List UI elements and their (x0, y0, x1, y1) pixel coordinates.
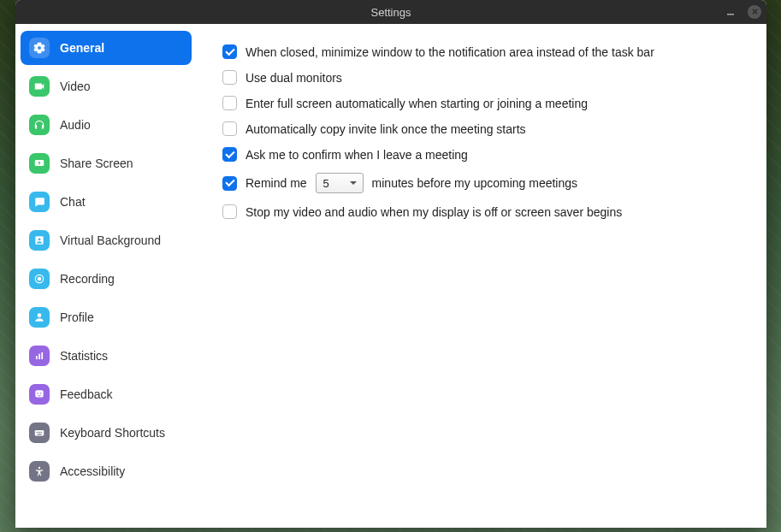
select-value: 5 (323, 177, 329, 190)
svg-point-3 (38, 238, 41, 240)
sidebar-item-label: Accessibility (60, 464, 125, 478)
setting-stop-av-on-sleep: Stop my video and audio when my display … (222, 204, 741, 219)
setting-remind-me: Remind me 5 minutes before my upcoming m… (222, 173, 741, 193)
checkbox-copy-invite[interactable] (222, 121, 237, 136)
svg-rect-13 (35, 430, 44, 435)
sidebar-item-audio[interactable]: Audio (21, 108, 192, 142)
video-icon (29, 76, 50, 97)
checkbox-confirm-leave[interactable] (222, 147, 237, 162)
svg-point-12 (40, 393, 42, 394)
sidebar-item-recording[interactable]: Recording (21, 262, 192, 296)
svg-rect-14 (37, 432, 38, 433)
sidebar-item-label: General (60, 41, 104, 55)
svg-rect-16 (39, 432, 40, 433)
setting-full-screen-auto: Enter full screen automatically when sta… (222, 96, 741, 110)
sidebar-item-profile[interactable]: Profile (21, 300, 192, 334)
setting-copy-invite: Automatically copy invite link once the … (222, 121, 741, 136)
headphones-icon (29, 115, 50, 135)
chat-icon (29, 192, 50, 212)
setting-label: Ask me to confirm when I leave a meeting (246, 148, 468, 162)
checkbox-stop-av-on-sleep[interactable] (222, 204, 237, 219)
svg-rect-9 (41, 352, 43, 359)
setting-label: When closed, minimize window to the noti… (246, 45, 654, 59)
sidebar-item-label: Profile (60, 310, 94, 324)
titlebar[interactable]: Settings (15, 0, 766, 24)
minimize-button[interactable] (724, 5, 737, 19)
sidebar-item-accessibility[interactable]: Accessibility (21, 454, 192, 488)
checkbox-full-screen-auto[interactable] (222, 96, 237, 110)
setting-label-before: Remind me (246, 176, 307, 190)
sidebar-item-label: Recording (60, 272, 115, 286)
setting-label: Automatically copy invite link once the … (246, 122, 526, 136)
settings-window: Settings General Video (15, 0, 766, 528)
sidebar-item-label: Statistics (60, 349, 108, 363)
checkbox-remind-me[interactable] (222, 176, 237, 191)
svg-rect-18 (38, 434, 42, 434)
setting-dual-monitors: Use dual monitors (222, 70, 741, 85)
sidebar-item-general[interactable]: General (21, 31, 192, 65)
sidebar-item-label: Chat (60, 195, 86, 209)
sidebar-item-share-screen[interactable]: Share Screen (21, 146, 192, 180)
svg-point-6 (38, 313, 42, 317)
setting-confirm-leave: Ask me to confirm when I leave a meeting (222, 147, 741, 162)
window-title: Settings (371, 6, 411, 19)
setting-minimize-to-tray: When closed, minimize window to the noti… (222, 44, 741, 59)
virtual-background-icon (29, 230, 50, 251)
sidebar: General Video Audio Share Screen (15, 24, 197, 528)
svg-point-11 (37, 393, 38, 394)
select-remind-minutes[interactable]: 5 (316, 173, 364, 193)
statistics-icon (29, 346, 50, 366)
svg-rect-0 (727, 14, 734, 15)
accessibility-icon (29, 461, 50, 482)
profile-icon (29, 307, 50, 328)
setting-label: Stop my video and audio when my display … (246, 205, 622, 219)
sidebar-item-feedback[interactable]: Feedback (21, 377, 192, 411)
checkbox-minimize-to-tray[interactable] (222, 44, 237, 59)
setting-label: Enter full screen automatically when sta… (246, 97, 588, 110)
sidebar-item-label: Feedback (60, 387, 112, 401)
checkbox-dual-monitors[interactable] (222, 70, 237, 85)
sidebar-item-virtual-background[interactable]: Virtual Background (21, 223, 192, 257)
setting-label: Use dual monitors (246, 71, 342, 85)
svg-point-5 (38, 277, 41, 281)
sidebar-item-keyboard-shortcuts[interactable]: Keyboard Shortcuts (21, 416, 192, 450)
sidebar-item-label: Keyboard Shortcuts (60, 426, 165, 440)
svg-rect-15 (38, 432, 38, 433)
keyboard-icon (29, 423, 50, 443)
feedback-icon (29, 384, 50, 405)
svg-point-19 (38, 467, 40, 469)
recording-icon (29, 269, 50, 289)
sidebar-item-video[interactable]: Video (21, 69, 192, 103)
setting-label-after: minutes before my upcoming meetings (372, 176, 577, 190)
sidebar-item-label: Share Screen (60, 157, 133, 170)
svg-rect-17 (41, 432, 42, 433)
sidebar-item-label: Video (60, 80, 91, 93)
close-button[interactable] (748, 5, 761, 19)
sidebar-item-statistics[interactable]: Statistics (21, 339, 192, 373)
sidebar-item-label: Audio (60, 118, 91, 132)
sidebar-item-label: Virtual Background (60, 233, 161, 247)
gear-icon (29, 38, 50, 58)
settings-panel: When closed, minimize window to the noti… (197, 24, 766, 528)
sidebar-item-chat[interactable]: Chat (21, 185, 192, 219)
svg-rect-8 (38, 354, 40, 359)
svg-rect-7 (36, 356, 38, 359)
share-screen-icon (29, 153, 50, 174)
